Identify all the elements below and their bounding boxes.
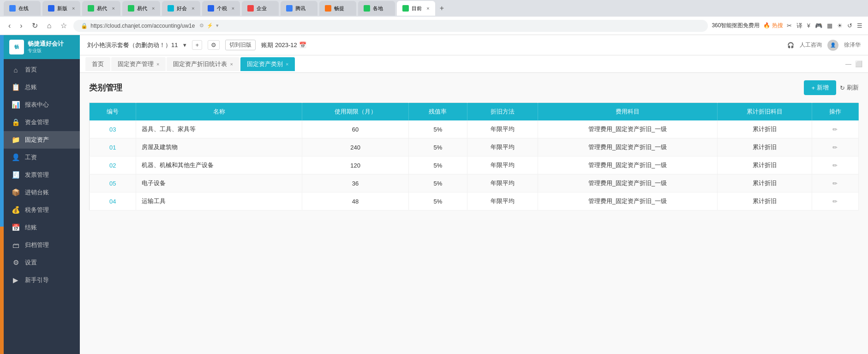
sidebar-item-close[interactable]: 📅 结账 — [4, 219, 80, 236]
tab-label-3: 易代 — [137, 5, 147, 12]
refresh-button[interactable]: ↻ 刷新 — [840, 84, 859, 92]
headset-icon: 🎧 — [787, 42, 794, 48]
refresh-label: 刷新 — [847, 84, 859, 92]
tab-close-4[interactable]: × — [192, 6, 194, 11]
tab-label-7: 腾讯 — [295, 5, 305, 12]
user-name[interactable]: 徐泽华 — [844, 41, 861, 49]
fixed-assets-icon: 📁 — [11, 136, 20, 144]
sidebar-label-archive: 归档管理 — [25, 241, 49, 249]
bookmark-button[interactable]: ☆ — [58, 20, 70, 31]
page-tab-home-label: 首页 — [92, 60, 104, 68]
cell-residual-1: 5% — [408, 138, 467, 156]
col-header-name: 名称 — [136, 103, 302, 121]
account-info: 刘小艳演示套餐（勿删勿动！）11 — [87, 41, 178, 49]
grid-icon[interactable]: ▦ — [827, 22, 832, 29]
sidebar-item-home[interactable]: ⌂ 首页 — [4, 61, 80, 78]
sidebar-item-invoice[interactable]: 🧾 发票管理 — [4, 166, 80, 184]
game-icon[interactable]: 🎮 — [815, 22, 822, 29]
currency-icon[interactable]: ¥ — [807, 22, 810, 29]
sidebar-item-reports[interactable]: 📊 报表中心 — [4, 96, 80, 114]
browser-tab-1[interactable]: 新版 × — [42, 1, 80, 16]
browser-tab-7[interactable]: 腾讯 — [281, 1, 317, 16]
browser-tab-10[interactable]: 目前 × — [397, 1, 435, 16]
sidebar-item-fixed-assets[interactable]: 📁 固定资产 — [4, 131, 80, 149]
home-button[interactable]: ⌂ — [44, 21, 54, 31]
tab-close-1[interactable]: × — [72, 6, 75, 11]
sidebar-item-funds[interactable]: 🔒 资金管理 — [4, 114, 80, 131]
add-account-button[interactable]: + — [192, 40, 202, 50]
browser-tab-0[interactable]: 在线 — [4, 1, 41, 16]
edit-button-4[interactable]: ✏ — [832, 198, 838, 205]
tab-close-3[interactable]: × — [152, 6, 155, 11]
tax-icon: 💰 — [11, 206, 20, 214]
browser-tab-4[interactable]: 好会 × — [162, 1, 200, 16]
page-tab-management-close[interactable]: × — [156, 61, 159, 67]
forward-button[interactable]: › — [17, 21, 25, 31]
minimize-icon[interactable]: — — [845, 60, 851, 67]
edit-button-1[interactable]: ✏ — [832, 144, 838, 151]
brightness-icon[interactable]: ☀ — [837, 22, 843, 29]
tab-label-0: 在线 — [18, 5, 29, 12]
browser-tab-2[interactable]: 易代 × — [82, 1, 120, 16]
cell-residual-2: 5% — [408, 156, 467, 174]
cell-name-3: 电子设备 — [136, 174, 302, 192]
calendar-icon[interactable]: 📅 — [299, 42, 306, 48]
browser-tab-3[interactable]: 易代 × — [122, 1, 160, 16]
edit-button-3[interactable]: ✏ — [832, 180, 838, 187]
tab-label-9: 各地 — [373, 5, 383, 12]
sidebar-item-inventory[interactable]: 📦 进销台账 — [4, 184, 80, 201]
payroll-icon: 👤 — [11, 153, 20, 162]
back-button[interactable]: ‹ — [6, 21, 13, 31]
page-tab-category[interactable]: 固定资产类别 × — [240, 57, 295, 71]
sidebar-item-tax[interactable]: 💰 税务管理 — [4, 201, 80, 219]
sidebar-item-ledger[interactable]: 📋 总账 — [4, 78, 80, 96]
sidebar: 畅 畅捷通好会计 专业版 ⌂ 首页 📋 总账 📊 报表中心 🔒 资金管理 — [4, 35, 80, 354]
switch-version-button[interactable]: 切到旧版 — [225, 40, 256, 50]
menu-icon[interactable]: ☰ — [857, 22, 862, 29]
cell-id-2: 02 — [90, 156, 136, 174]
browser-tab-9[interactable]: 各地 — [358, 1, 395, 16]
cell-method-3: 年限平均 — [467, 174, 538, 192]
maximize-icon[interactable]: ⬜ — [855, 60, 862, 67]
tab-close-2[interactable]: × — [112, 6, 114, 11]
reload-button[interactable]: ↻ — [29, 20, 41, 31]
cell-method-2: 年限平均 — [467, 156, 538, 174]
cell-accumulated-4: 累计折旧 — [717, 192, 812, 210]
url-input[interactable]: 🔒 https://cloud.chanjet.com/accounting/u… — [73, 20, 708, 32]
app-title: 畅捷通好会计 — [28, 40, 64, 48]
page-tab-depreciation[interactable]: 固定资产折旧统计表 × — [167, 57, 239, 71]
tab-close-10[interactable]: × — [426, 6, 429, 11]
sidebar-item-guide[interactable]: ▶ 新手引导 — [4, 271, 80, 289]
sidebar-header: 畅 畅捷通好会计 专业版 — [4, 35, 80, 59]
col-header-method: 折旧方法 — [467, 103, 538, 121]
expand-accounts-button[interactable]: ▾ — [183, 42, 186, 48]
scissors-icon[interactable]: ✂ — [787, 22, 792, 29]
edit-button-2[interactable]: ✏ — [832, 162, 838, 169]
add-button[interactable]: + 新增 — [804, 80, 836, 95]
cell-method-1: 年限平均 — [467, 138, 538, 156]
sidebar-label-settings: 设置 — [25, 258, 37, 267]
new-tab-button[interactable]: + — [437, 4, 447, 12]
browser-tabs-bar: 在线 新版 × 易代 × 易代 × 好会 × 个税 × 企业 腾讯 畅提 各地 — [0, 0, 868, 17]
cell-period-4: 48 — [302, 192, 409, 210]
page-tab-category-close[interactable]: × — [286, 61, 288, 67]
page-tab-depreciation-close[interactable]: × — [230, 61, 233, 67]
support-label[interactable]: 人工咨询 — [800, 41, 822, 49]
sidebar-item-settings[interactable]: ⚙ 设置 — [4, 254, 80, 271]
table-row: 03 器具、工具、家具等 60 5% 年限平均 管理费用_固定资产折旧_一级 累… — [90, 120, 859, 138]
sidebar-item-archive[interactable]: 🗃 归档管理 — [4, 236, 80, 254]
page-tab-home[interactable]: 首页 — [85, 57, 110, 71]
edit-button-0[interactable]: ✏ — [832, 126, 838, 133]
settings-top-button[interactable]: ⚙ — [208, 40, 220, 50]
browser-tab-6[interactable]: 企业 — [242, 1, 279, 16]
page-tab-management[interactable]: 固定资产管理 × — [111, 57, 166, 71]
tab-label-2: 易代 — [97, 5, 107, 12]
undo-icon[interactable]: ↺ — [847, 22, 852, 29]
browser-tab-8[interactable]: 畅提 — [319, 1, 356, 16]
browser-tab-5[interactable]: 个税 × — [202, 1, 240, 16]
translate-icon[interactable]: 译 — [796, 22, 802, 30]
sidebar-item-payroll[interactable]: 👤 工资 — [4, 149, 80, 166]
tab-close-5[interactable]: × — [232, 6, 234, 11]
cell-residual-3: 5% — [408, 174, 467, 192]
hot-label[interactable]: 🔥 热搜 — [763, 22, 783, 30]
